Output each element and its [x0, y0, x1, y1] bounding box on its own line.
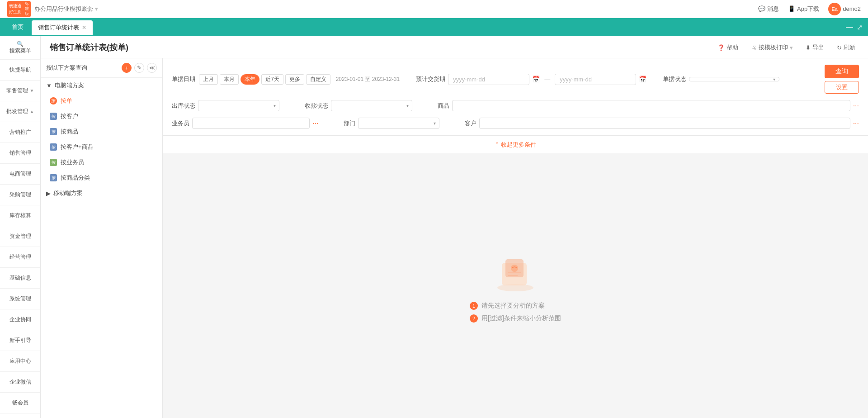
customer-input[interactable]	[479, 118, 850, 129]
messages-btn[interactable]: 💬 消息	[758, 5, 779, 13]
tab-maximize-btn[interactable]: ⤢	[857, 23, 863, 32]
sidebar-item-quick-nav[interactable]: 快捷导航	[0, 60, 40, 81]
sidebar-item-purchase[interactable]: 采购管理	[0, 185, 40, 205]
sidebar-item-apps[interactable]: 应用中心	[0, 351, 40, 372]
department-select[interactable]	[358, 118, 439, 129]
export-btn[interactable]: ⬇ 导出	[802, 42, 828, 53]
template-print-btn[interactable]: 🖨 按模板打印 ▾	[747, 42, 797, 53]
tree-item-by-customer[interactable]: 按 按客户	[41, 109, 162, 124]
left-panel-actions: ＋ ✎ ≪	[122, 63, 157, 73]
collapse-panel-btn[interactable]: ≪	[147, 63, 157, 73]
sidebar-item-member[interactable]: 畅会员	[0, 393, 40, 413]
topbar-left: 畅捷通好生意 标准版 办公用品行业模拟账套 ▾	[7, 1, 98, 17]
sidebar-item-enterprise[interactable]: 企业协同	[0, 309, 40, 330]
product-group: 商品 ···	[438, 100, 859, 111]
breadcrumb[interactable]: 办公用品行业模拟账套 ▾	[34, 5, 98, 13]
tree-item-by-product[interactable]: 按 按商品	[41, 124, 162, 139]
tree-item-by-category[interactable]: 按 按商品分类	[41, 170, 162, 185]
add-scheme-btn[interactable]: ＋	[122, 63, 132, 73]
query-button[interactable]: 查询	[825, 65, 859, 78]
tree-item-by-salesperson[interactable]: 按 按业务员	[41, 155, 162, 170]
tab-home[interactable]: 首页	[5, 20, 30, 34]
bill-status-select[interactable]: ▾	[689, 77, 779, 81]
content: 销售订单统计表(按单) ❓ 帮助 🖨 按模板打印 ▾ ⬇ 导出 ↻ 刷新	[41, 36, 868, 418]
tree-section-mobile[interactable]: ▶ 移动端方案	[41, 185, 162, 201]
salesperson-dots-btn[interactable]: ···	[312, 119, 318, 128]
avatar: Ea	[828, 3, 841, 15]
department-select-wrap: ▾	[358, 118, 439, 129]
sidebar-item-marketing[interactable]: 营销推广	[0, 122, 40, 143]
date-btn-more[interactable]: 更多	[285, 74, 304, 85]
sidebar-item-guide[interactable]: 新手引导	[0, 330, 40, 351]
tree-item-by-order[interactable]: 按 按单	[41, 93, 162, 109]
sidebar-item-operations[interactable]: 经营管理	[0, 247, 40, 268]
delivery-date-group: 预计交货期 📅 — 📅	[416, 74, 646, 85]
delivery-status-select-wrap: ▾	[198, 100, 279, 111]
delivery-status-select[interactable]	[198, 100, 279, 111]
bill-status-chevron-icon: ▾	[773, 77, 775, 82]
user-menu[interactable]: Ea demo2	[828, 3, 861, 15]
customer-dots-btn[interactable]: ···	[853, 119, 859, 128]
salesperson-label: 业务员	[172, 119, 189, 128]
refresh-btn[interactable]: ↻ 刷新	[833, 42, 859, 53]
date-from-section: 📅 — 📅	[448, 74, 646, 85]
bill-status-group: 单据状态 ▾	[663, 75, 779, 83]
settings-button[interactable]: 设置	[825, 81, 859, 94]
date-btn-last-month[interactable]: 上月	[199, 74, 218, 85]
sidebar-item-retail[interactable]: 零售管理 ▼	[0, 81, 40, 101]
help-btn[interactable]: ❓ 帮助	[714, 42, 742, 53]
date-btn-7days[interactable]: 近7天	[261, 74, 283, 85]
delivery-date-end[interactable]	[555, 74, 636, 85]
receipt-status-select[interactable]	[331, 100, 412, 111]
customer-label: 客户	[465, 119, 476, 128]
filter-row-1: 单据日期 上月 本月 本年 近7天 更多 自定义 2023-01-01 至 20…	[172, 65, 859, 94]
sidebar-item-finance[interactable]: 资金管理	[0, 226, 40, 247]
date-buttons: 上月 本月 本年 近7天 更多 自定义	[199, 74, 330, 85]
tab-minimize-btn[interactable]: —	[846, 23, 853, 32]
delivery-date-start[interactable]	[448, 74, 529, 85]
collapse-bar[interactable]: ⌃ 收起更多条件	[163, 136, 868, 153]
receipt-status-group: 收款状态 ▾	[305, 100, 412, 111]
date-btn-custom[interactable]: 自定义	[306, 74, 330, 85]
date-range-display: 2023-01-01 至 2023-12-31	[336, 76, 400, 83]
tab-sales-order-stats[interactable]: 销售订单统计表 ✕	[32, 20, 93, 35]
sidebar-item-system[interactable]: 系统管理	[0, 289, 40, 309]
tree-item-by-customer-product[interactable]: 按 按客户+商品	[41, 139, 162, 155]
topbar-right: 💬 消息 📱 App下载 Ea demo2	[758, 3, 861, 15]
date-btn-this-month[interactable]: 本月	[220, 74, 239, 85]
tab-close-btn[interactable]: ✕	[82, 24, 86, 31]
product-input[interactable]	[452, 100, 850, 111]
cal-start-icon[interactable]: 📅	[532, 76, 540, 83]
scheme-icon-cust-prod: 按	[50, 143, 57, 151]
expected-delivery-label: 预计交货期	[416, 75, 445, 83]
right-panel: 单据日期 上月 本月 本年 近7天 更多 自定义 2023-01-01 至 20…	[163, 58, 868, 418]
filter-row-3: 业务员 ··· 部门 ▾	[172, 118, 859, 129]
app-logo: 畅捷通好生意 标准版	[7, 1, 31, 17]
edit-scheme-btn[interactable]: ✎	[134, 63, 144, 73]
main-layout: 🔍搜索菜单 快捷导航 零售管理 ▼ 批发管理 ▲ 营销推广 销售管理 电商管理 …	[0, 36, 868, 418]
sidebar-item-wechat[interactable]: 企业微信	[0, 372, 40, 393]
page-header: 销售订单统计表(按单) ❓ 帮助 🖨 按模板打印 ▾ ⬇ 导出 ↻ 刷新	[41, 36, 868, 58]
bill-date-group: 单据日期 上月 本月 本年 近7天 更多 自定义 2023-01-01 至 20…	[172, 74, 400, 85]
sidebar-item-ecommerce[interactable]: 电商管理	[0, 164, 40, 185]
scheme-icon-customer: 按	[50, 113, 57, 120]
customer-group: 客户 ···	[465, 118, 859, 129]
department-label: 部门	[344, 119, 355, 128]
sidebar-item-wholesale[interactable]: 批发管理 ▲	[0, 101, 40, 122]
date-btn-this-year[interactable]: 本年	[241, 74, 259, 85]
delivery-status-label: 出库状态	[172, 102, 195, 110]
filter-area: 单据日期 上月 本月 本年 近7天 更多 自定义 2023-01-01 至 20…	[163, 58, 868, 136]
scheme-icon-product: 按	[50, 128, 57, 135]
product-dots-btn[interactable]: ···	[853, 102, 859, 110]
page-actions: ❓ 帮助 🖨 按模板打印 ▾ ⬇ 导出 ↻ 刷新	[714, 42, 859, 53]
tabbar: 首页 销售订单统计表 ✕ — ⤢	[0, 18, 868, 36]
salesperson-input[interactable]	[192, 118, 310, 129]
tree-section-pc[interactable]: ▼ 电脑端方案	[41, 78, 162, 93]
app-download-btn[interactable]: 📱 App下载	[788, 5, 819, 13]
sidebar-item-sales[interactable]: 销售管理	[0, 143, 40, 164]
sidebar-item-inventory[interactable]: 库存核算	[0, 205, 40, 226]
sidebar-item-search[interactable]: 🔍搜索菜单	[0, 36, 40, 60]
sidebar-item-basic-info[interactable]: 基础信息	[0, 268, 40, 289]
empty-hint-1: 1 请先选择要分析的方案	[470, 302, 561, 310]
cal-end-icon[interactable]: 📅	[639, 76, 646, 83]
